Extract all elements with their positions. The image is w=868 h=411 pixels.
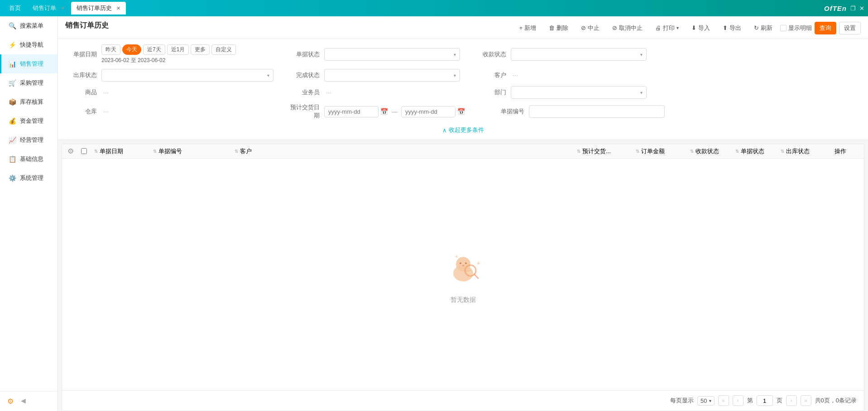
tab-sales-order-history[interactable]: 销售订单历史 ✕ [71,2,126,15]
date-range-buttons: 昨天 今天 近7天 近1月 更多 自定义 [101,44,273,55]
page-size-value: 50 [700,397,707,404]
sidebar-item-basic-info-label: 基础信息 [20,155,43,163]
select-all-checkbox[interactable] [81,148,87,154]
department-select[interactable]: ▾ [511,86,647,99]
customer-dots-button[interactable]: ··· [511,70,520,81]
page-header: 销售订单历史 + 新增 🗑 删除 ⊘ 中止 ⊘ 取消中止 [58,16,868,39]
sidebar-item-search-menu[interactable]: 🔍 搜索菜单 [0,16,58,35]
sidebar-item-basic-info[interactable]: 📋 基础信息 [0,150,58,169]
page-size-select[interactable]: 50 ▾ [697,396,714,406]
print-button[interactable]: 🖨 打印 ▾ [650,22,684,34]
filter-collapse-row[interactable]: ∧ 收起更多条件 [65,124,861,134]
sort-pay-status-icon[interactable]: ⇅ [690,149,694,154]
payment-status-select[interactable]: ▾ [511,48,647,61]
order-status-label: 单据状态 [288,50,324,58]
sort-delivery-icon[interactable]: ⇅ [577,149,580,154]
calendar-to-icon[interactable]: 📅 [457,108,465,115]
sidebar-item-capital[interactable]: 💰 资金管理 [0,111,58,131]
product-label: 商品 [65,88,101,97]
date-btn-7days[interactable]: 近7天 [143,44,165,55]
sidebar-item-inventory[interactable]: 📦 库存核算 [0,92,58,111]
table-area: ⚙ ⇅ 单据日期 ⇅ 单据编号 ⇅ 客户 [62,144,864,411]
basic-info-icon: 📋 [9,155,16,163]
next-page-button[interactable]: › [786,395,797,406]
show-detail-checkbox[interactable] [780,25,786,31]
out-status-select[interactable]: ▾ [101,69,273,82]
complete-status-select[interactable]: ▾ [324,69,460,82]
settings-button[interactable]: 设置 [839,22,861,34]
page-title: 销售订单历史 [65,21,109,30]
export-icon: ⬆ [723,24,728,31]
first-page-button[interactable]: « [718,395,729,406]
sidebar-item-sales-mgmt-label: 销售管理 [20,60,43,68]
th-number: ⇅ 单据编号 [149,147,231,155]
date-btn-yesterday[interactable]: 昨天 [101,44,120,55]
date-btn-more[interactable]: 更多 [191,44,210,55]
new-button[interactable]: + 新增 [514,22,541,34]
doc-number-input[interactable] [529,105,665,118]
date-btn-today[interactable]: 今天 [122,44,141,55]
tab-home[interactable]: 首页 [4,2,26,15]
th-out-status: ⇅ 出库状态 [777,147,822,155]
delivery-date-to-input[interactable] [401,106,456,117]
table-settings-icon[interactable]: ⚙ [67,147,74,155]
calendar-from-icon[interactable]: 📅 [380,108,388,115]
department-label: 部门 [475,88,511,97]
sidebar-settings-icon[interactable]: ⚙ [7,397,14,406]
delete-button[interactable]: 🗑 删除 [544,22,573,34]
date-btn-custom[interactable]: 自定义 [211,44,236,55]
filter-area: 单据日期 昨天 今天 近7天 近1月 更多 自定义 2023-06-02 至 2… [58,39,868,140]
sidebar-item-quick-nav[interactable]: ⚡ 快捷导航 [0,35,58,54]
import-button[interactable]: ⬇ 导入 [686,22,715,34]
department-arrow-icon: ▾ [640,90,643,95]
product-dots-button[interactable]: ··· [101,87,110,98]
export-button-label: 导出 [729,24,741,32]
svg-point-2 [460,262,461,264]
delivery-date-from-input[interactable] [324,106,379,117]
sidebar-item-system[interactable]: ⚙️ 系统管理 [0,169,58,188]
delivery-date-filter: 📅 — 📅 [324,106,478,117]
stop-icon: ⊘ [581,24,586,31]
th-date: ⇅ 单据日期 [91,147,149,155]
refresh-button[interactable]: ↻ 刷新 [749,22,777,34]
close-window-icon[interactable]: ✕ [859,5,864,12]
query-button[interactable]: 查询 [815,22,836,34]
purchase-mgmt-icon: 🛒 [9,79,16,87]
sidebar-item-sales-mgmt[interactable]: 📊 销售管理 [0,54,58,73]
tab-sales-order-history-close[interactable]: ✕ [116,5,120,11]
salesperson-dots-button[interactable]: ··· [324,87,333,98]
prev-page-button[interactable]: ‹ [733,395,743,406]
last-page-button[interactable]: » [801,395,811,406]
out-status-label: 出库状态 [65,71,101,79]
cancel-stop-button[interactable]: ⊘ 取消中止 [607,22,647,34]
import-button-label: 导入 [698,24,710,32]
warehouse-dots-button[interactable]: ··· [101,106,110,117]
sidebar-item-quick-nav-label: 快捷导航 [20,41,43,49]
sidebar-item-purchase-mgmt[interactable]: 🛒 采购管理 [0,73,58,92]
sort-doc-status-icon[interactable]: ⇅ [735,149,739,154]
page-number-input[interactable] [757,395,773,406]
refresh-button-label: 刷新 [761,24,772,32]
sidebar-item-operations[interactable]: 📈 经营管理 [0,131,58,150]
export-button[interactable]: ⬆ 导出 [718,22,746,34]
order-status-select[interactable]: ▾ [324,48,460,61]
operations-icon: 📈 [9,136,16,144]
cancel-stop-icon: ⊘ [612,24,617,31]
inventory-icon: 📦 [9,98,16,106]
sort-number-icon[interactable]: ⇅ [153,149,157,154]
restore-icon[interactable]: ❐ [850,5,856,12]
new-button-label: + 新增 [519,24,536,32]
tab-sales-order[interactable]: 销售订单 ✕ [27,2,70,15]
print-icon: 🖨 [655,24,661,31]
date-btn-1month[interactable]: 近1月 [167,44,189,55]
delete-button-label: 删除 [556,24,568,32]
sidebar-collapse-icon[interactable]: ◀ [21,397,26,406]
tab-sales-order-close[interactable]: ✕ [61,5,65,11]
sort-date-icon[interactable]: ⇅ [94,149,98,154]
date-filter-group: 昨天 今天 近7天 近1月 更多 自定义 2023-06-02 至 2023-0… [101,44,273,64]
sort-out-status-icon[interactable]: ⇅ [781,149,784,154]
sidebar-item-operations-label: 经营管理 [20,136,43,144]
sort-customer-icon[interactable]: ⇅ [235,149,238,154]
sort-amount-icon[interactable]: ⇅ [636,149,639,154]
stop-button[interactable]: ⊘ 中止 [576,22,604,34]
